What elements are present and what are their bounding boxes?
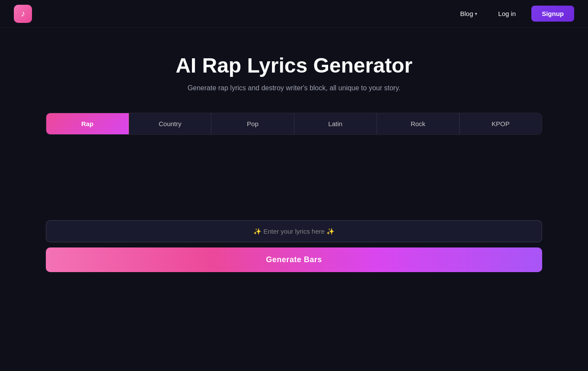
tab-country[interactable]: Country: [129, 113, 211, 134]
tab-rock[interactable]: Rock: [377, 113, 460, 134]
chevron-down-icon: ▾: [475, 11, 477, 17]
main-content: AI Rap Lyrics Generator Generate rap lyr…: [0, 28, 588, 289]
logo-icon: ♪: [14, 5, 32, 23]
logo[interactable]: ♪: [14, 5, 32, 23]
nav-right: Blog ▾ Log in Signup: [455, 6, 574, 22]
content-area: [46, 155, 542, 220]
page-title: AI Rap Lyrics Generator: [176, 54, 412, 77]
login-button[interactable]: Log in: [489, 6, 524, 21]
blog-button[interactable]: Blog ▾: [455, 6, 483, 21]
tab-kpop[interactable]: KPOP: [460, 113, 542, 134]
generate-bars-button[interactable]: Generate Bars: [46, 247, 542, 272]
tab-latin[interactable]: Latin: [294, 113, 377, 134]
blog-label: Blog: [460, 10, 473, 17]
genre-tabs: Rap Country Pop Latin Rock KPOP: [46, 113, 542, 135]
page-subtitle: Generate rap lyrics and destroy writer's…: [188, 84, 401, 92]
lyrics-input-container: [46, 220, 542, 242]
lyrics-input[interactable]: [46, 220, 542, 242]
signup-button[interactable]: Signup: [531, 6, 574, 22]
tab-pop[interactable]: Pop: [211, 113, 294, 134]
tab-rap[interactable]: Rap: [46, 113, 129, 134]
navbar: ♪ Blog ▾ Log in Signup: [0, 0, 588, 28]
